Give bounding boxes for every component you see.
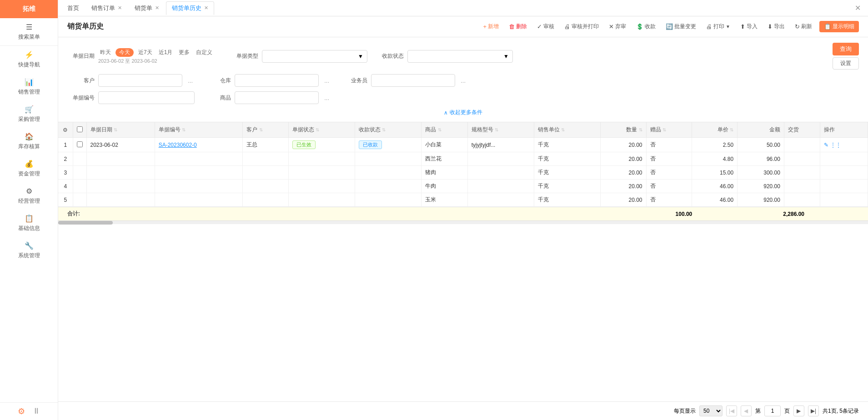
sidebar-item-basic-info[interactable]: 📋 基础信息 [0, 210, 58, 237]
row-checkbox[interactable] [73, 166, 86, 180]
close-all-tabs[interactable]: ✕ [851, 4, 864, 12]
date-tab-yesterday[interactable]: 昨天 [98, 48, 113, 57]
warehouse-dots[interactable]: ... [322, 77, 331, 84]
col-qty[interactable]: 数量 ⇅ [601, 122, 646, 138]
sidebar-item-search-menu[interactable]: ☰ 搜索菜单 [0, 18, 58, 46]
col-goods[interactable]: 商品 ⇅ [421, 122, 468, 138]
row-payment-status [355, 166, 421, 180]
refresh-button[interactable]: ↻ 刷新 [792, 21, 815, 32]
sidebar-item-sales-mgmt[interactable]: 📊 销售管理 [0, 73, 58, 100]
sidebar-item-label: 采购管理 [18, 115, 40, 123]
row-spec [467, 180, 534, 193]
content-area: 销货单历史 + 新增 🗑 删除 ✓ 审核 🖨 审核并打印 [58, 16, 868, 420]
show-detail-button[interactable]: 📋 显示明细 [819, 21, 859, 32]
tab-close-sales-order[interactable]: ✕ [118, 5, 122, 11]
row-gift: 否 [646, 193, 692, 207]
tab-close-sales-delivery[interactable]: ✕ [155, 5, 159, 11]
row-checkbox[interactable] [73, 180, 86, 193]
prev-page-button[interactable]: ◀ [741, 405, 752, 416]
col-docno[interactable]: 单据编号 ⇅ [155, 122, 243, 138]
pause-icon[interactable]: ⏸ [32, 406, 40, 416]
tab-sales-delivery[interactable]: 销货单 ✕ [129, 1, 165, 15]
date-tab-custom[interactable]: 自定义 [194, 48, 214, 57]
abandon-button[interactable]: ✕ 弃审 [606, 21, 629, 32]
col-settings[interactable]: ⚙ [58, 122, 73, 138]
goods-input[interactable] [235, 91, 319, 104]
date-tab-more[interactable]: 更多 [177, 48, 191, 57]
system-icon: 🔧 [25, 241, 34, 250]
print-button[interactable]: 🖨 打印 ▼ [703, 21, 733, 32]
row-docno[interactable] [155, 180, 243, 193]
customer-dots[interactable]: ... [186, 77, 195, 84]
sidebar-item-operation-mgmt[interactable]: ⚙ 经营管理 [0, 182, 58, 210]
more-icon[interactable]: ⋮⋮ [830, 142, 841, 148]
export-button[interactable]: ⬇ 导出 [765, 21, 788, 32]
date-tab-1month[interactable]: 近1月 [157, 48, 175, 57]
filter-date: 单据日期 昨天 今天 近7天 近1月 更多 自定义 2023-06-02 至 2… [67, 48, 222, 65]
col-customer[interactable]: 客户 ⇅ [243, 122, 288, 138]
tab-close-sales-history[interactable]: ✕ [204, 5, 208, 11]
pagination: 每页显示 50 20 100 |◀ ◀ 第 页 ▶ ▶| 共1页, 5条记录 [58, 401, 868, 420]
delete-button[interactable]: 🗑 删除 [506, 21, 530, 32]
row-checkbox[interactable] [73, 138, 86, 152]
col-doc-status[interactable]: 单据状态 ⇅ [288, 122, 355, 138]
query-button[interactable]: 查询 [833, 43, 859, 55]
import-button[interactable]: ⬆ 导入 [738, 21, 760, 32]
tab-home[interactable]: 首页 [62, 1, 85, 15]
collapse-button[interactable]: ∧ 收起更多条件 [67, 109, 859, 116]
tab-sales-history[interactable]: 销货单历史 ✕ [166, 1, 214, 15]
col-price[interactable]: 单价 ⇅ [692, 122, 737, 138]
next-page-button[interactable]: ▶ [793, 405, 804, 416]
col-unit[interactable]: 销售单位 ⇅ [534, 122, 600, 138]
sidebar-item-quick-nav[interactable]: ⚡ 快捷导航 [0, 46, 58, 73]
row-actions [820, 180, 868, 193]
col-spec[interactable]: 规格型号 ⇅ [467, 122, 534, 138]
warehouse-input[interactable] [235, 74, 319, 87]
gear-icon[interactable]: ⚙ [18, 406, 25, 416]
edit-icon[interactable]: ✎ [824, 142, 828, 148]
salesperson-input[interactable] [371, 74, 455, 87]
col-date[interactable]: 单据日期 ⇅ [86, 122, 155, 138]
collect-button[interactable]: 💲 收款 [633, 21, 658, 32]
total-info: 共1页, 5条记录 [823, 407, 859, 415]
row-docno[interactable] [155, 193, 243, 207]
sidebar-item-system-mgmt[interactable]: 🔧 系统管理 [0, 237, 58, 264]
filter-customer: 客户 ... [67, 74, 195, 87]
payment-select[interactable]: ▼ [407, 50, 513, 63]
docno-input[interactable] [98, 91, 195, 104]
col-gift[interactable]: 赠品 ⇅ [646, 122, 692, 138]
customer-input[interactable] [98, 74, 182, 87]
row-qty: 20.00 [601, 180, 646, 193]
audit-print-button[interactable]: 🖨 审核并打印 [562, 21, 602, 32]
per-page-select[interactable]: 50 20 100 [699, 405, 722, 416]
col-amount: 金额 [738, 122, 784, 138]
audit-button[interactable]: ✓ 审核 [534, 21, 557, 32]
sidebar-item-inventory[interactable]: 🏠 库存核算 [0, 128, 58, 155]
row-docno[interactable]: SA-20230602-0 [155, 138, 243, 152]
setting-button[interactable]: 设置 [833, 57, 859, 70]
first-page-button[interactable]: |◀ [726, 405, 737, 416]
row-docno[interactable] [155, 166, 243, 180]
sidebar-item-purchase-mgmt[interactable]: 🛒 采购管理 [0, 100, 58, 128]
add-icon: + [483, 23, 487, 30]
salesperson-dots[interactable]: ... [459, 77, 467, 84]
type-select[interactable]: ▼ [262, 50, 367, 63]
col-payment-status[interactable]: 收款状态 ⇅ [355, 122, 421, 138]
row-checkbox[interactable] [73, 193, 86, 207]
row-unit: 千克 [534, 180, 600, 193]
row-checkbox[interactable] [73, 152, 86, 166]
date-tab-today[interactable]: 今天 [115, 48, 134, 57]
date-tab-7days[interactable]: 近7天 [136, 48, 154, 57]
page-input[interactable] [764, 405, 781, 416]
goods-dots[interactable]: ... [322, 95, 331, 101]
select-all-checkbox[interactable] [77, 126, 83, 132]
row-docno[interactable] [155, 152, 243, 166]
row-delivery [784, 152, 820, 166]
scrollbar-thumb[interactable] [58, 221, 113, 225]
add-button[interactable]: + 新增 [481, 21, 502, 32]
last-page-button[interactable]: ▶| [808, 405, 819, 416]
sidebar-item-finance-mgmt[interactable]: 💰 资金管理 [0, 155, 58, 182]
batch-change-button[interactable]: 🔄 批量变更 [663, 21, 699, 32]
tab-sales-order[interactable]: 销售订单 ✕ [85, 1, 128, 15]
horizontal-scrollbar[interactable] [58, 220, 868, 224]
